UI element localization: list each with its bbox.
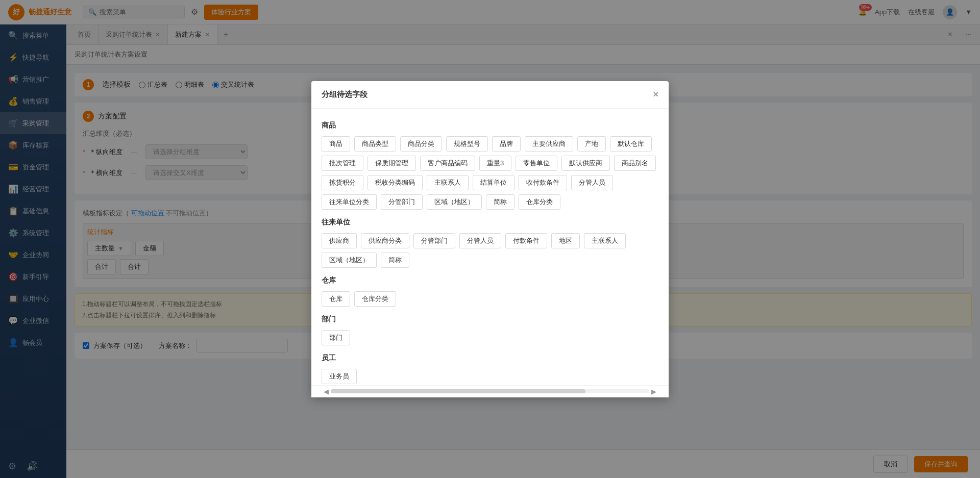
field-spec-model[interactable]: 规格型号 <box>446 136 488 152</box>
field-dept-mgr[interactable]: 分管人员 <box>459 233 501 248</box>
field-supplier[interactable]: 供应商 <box>322 233 357 248</box>
field-main-supplier[interactable]: 主要供应商 <box>525 136 573 152</box>
field-origin[interactable]: 产地 <box>577 136 606 152</box>
field-default-warehouse[interactable]: 默认仓库 <box>610 136 652 152</box>
field-settle-unit[interactable]: 结算单位 <box>473 175 514 190</box>
horizontal-scrollbar[interactable] <box>331 389 649 393</box>
field-batch-mgmt[interactable]: 批次管理 <box>322 156 363 171</box>
field-payment-cond[interactable]: 付款条件 <box>505 233 547 248</box>
product-fields: 商品 商品类型 商品分类 规格型号 品牌 主要供应商 产地 默认仓库 批次管理 … <box>322 136 658 210</box>
field-product-category[interactable]: 商品分类 <box>400 136 442 152</box>
field-tax-code[interactable]: 税收分类编码 <box>368 175 423 190</box>
field-default-supplier[interactable]: 默认供应商 <box>561 156 610 171</box>
dept-fields: 部门 <box>322 330 658 345</box>
employee-fields: 业务员 <box>322 369 658 384</box>
field-department[interactable]: 部门 <box>322 330 350 345</box>
section-title-product: 商品 <box>322 121 658 130</box>
field-manager[interactable]: 分管人员 <box>571 175 613 190</box>
field-trading-category[interactable]: 往来单位分类 <box>322 194 377 210</box>
scroll-right-arrow[interactable]: ▶ <box>649 388 658 395</box>
field-main-contact[interactable]: 主联系人 <box>427 175 469 190</box>
field-brand[interactable]: 品牌 <box>492 136 521 152</box>
field-product[interactable]: 商品 <box>322 136 350 152</box>
section-title-warehouse: 仓库 <box>322 276 658 285</box>
modal-scrollbar: ◀ ▶ <box>311 385 669 397</box>
warehouse-fields: 仓库 仓库分类 <box>322 291 658 307</box>
field-main-contact2[interactable]: 主联系人 <box>584 233 626 248</box>
field-customer-code[interactable]: 客户商品编码 <box>420 156 475 171</box>
section-title-trading: 往来单位 <box>322 218 658 227</box>
scrollbar-thumb <box>331 389 585 393</box>
field-supplier-category[interactable]: 供应商分类 <box>361 233 409 248</box>
field-payment-terms[interactable]: 收付款条件 <box>519 175 567 190</box>
field-region[interactable]: 区域（地区） <box>427 194 482 210</box>
modal-title: 分组待选字段 <box>322 90 368 99</box>
field-product-alias[interactable]: 商品别名 <box>614 156 656 171</box>
section-title-employee: 员工 <box>322 354 658 363</box>
field-salesperson[interactable]: 业务员 <box>322 369 357 384</box>
trading-fields: 供应商 供应商分类 分管部门 分管人员 付款条件 地区 主联系人 区域（地区） … <box>322 233 658 268</box>
field-warehouse-cat[interactable]: 仓库分类 <box>354 291 396 307</box>
modal: 分组待选字段 × 商品 商品 商品类型 商品分类 规格型号 品牌 主要供应商 产… <box>311 81 669 397</box>
field-short-name[interactable]: 简称 <box>486 194 514 210</box>
field-pick-score[interactable]: 拣货积分 <box>322 175 363 190</box>
field-expiry-mgmt[interactable]: 保质期管理 <box>368 156 416 171</box>
field-product-type[interactable]: 商品类型 <box>354 136 396 152</box>
field-wh-category[interactable]: 仓库分类 <box>519 194 560 210</box>
section-title-dept: 部门 <box>322 315 658 324</box>
field-dept[interactable]: 分管部门 <box>413 233 455 248</box>
scroll-left-arrow[interactable]: ◀ <box>322 388 331 395</box>
field-manage-dept[interactable]: 分管部门 <box>381 194 423 210</box>
field-region2[interactable]: 区域（地区） <box>322 253 377 268</box>
field-retail-unit[interactable]: 零售单位 <box>516 156 557 171</box>
modal-body[interactable]: 商品 商品 商品类型 商品分类 规格型号 品牌 主要供应商 产地 默认仓库 批次… <box>311 109 669 385</box>
field-area[interactable]: 地区 <box>551 233 580 248</box>
field-weight[interactable]: 重量3 <box>479 156 511 171</box>
modal-close-button[interactable]: × <box>653 89 658 100</box>
modal-header: 分组待选字段 × <box>311 81 669 109</box>
field-warehouse[interactable]: 仓库 <box>322 291 350 307</box>
field-short-name2[interactable]: 简称 <box>381 253 409 268</box>
